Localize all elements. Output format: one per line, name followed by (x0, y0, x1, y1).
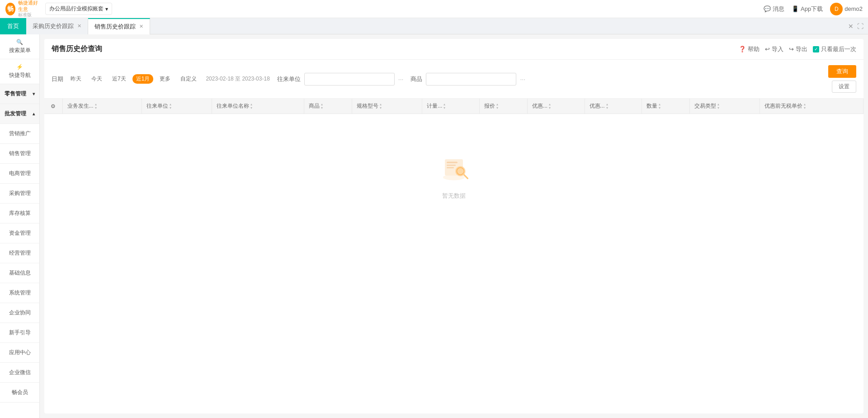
header-left: 畅 畅捷通好生意 标准版 办公用品行业模拟账套 ▾ (5, 0, 112, 17)
date-option-more[interactable]: 更多 (156, 74, 174, 84)
checkbox-checked-icon: ✓ (813, 46, 819, 52)
user-area[interactable]: D demo2 (830, 3, 863, 15)
app-download-label: App下载 (801, 5, 823, 13)
operation-label: 经营管理 (9, 249, 31, 257)
search-icon: 🔍 (16, 39, 23, 45)
date-option-yesterday[interactable]: 昨天 (67, 74, 85, 84)
th-product[interactable]: 商品▴▾ (304, 99, 352, 114)
tab-fullscreen-icon[interactable]: ⛶ (857, 23, 863, 30)
empty-illustration (436, 150, 472, 186)
import-action[interactable]: ↩ 导入 (765, 45, 783, 53)
th-discount2[interactable]: 优惠...▴▾ (585, 99, 642, 114)
partner-dots[interactable]: ··· (398, 76, 404, 83)
tab-home-label: 首页 (7, 22, 19, 30)
th-partner-name[interactable]: 往来单位名称▴▾ (212, 99, 304, 114)
avatar: D (830, 3, 843, 15)
page-header-actions: ❓ 帮助 ↩ 导入 ↪ 导出 ✓ 只看最后一次 (739, 45, 856, 53)
th-unit[interactable]: 计量...▴▾ (422, 99, 480, 114)
enterprise-label: 企业协同 (9, 309, 31, 317)
sidebar-item-wechat[interactable]: 企业微信 (0, 363, 39, 383)
partner-label: 往来单位 (277, 75, 301, 83)
chevron-down-icon: ▾ (33, 91, 35, 96)
member-label: 畅会员 (12, 389, 28, 396)
svg-line-6 (464, 175, 467, 178)
tab-close-all-icon[interactable]: ✕ (848, 23, 854, 30)
sidebar-item-member[interactable]: 畅会员 (0, 383, 39, 403)
date-filter-group: 日期 昨天 今天 近7天 近1月 更多 自定义 2023-02-18 至 202… (52, 74, 270, 84)
sidebar-retail-label: 零售管理 (5, 90, 26, 98)
sidebar-item-wholesale[interactable]: 批发管理 ▴ (0, 104, 39, 124)
sidebar-item-enterprise[interactable]: 企业协同 (0, 303, 39, 323)
product-input[interactable] (426, 73, 516, 86)
th-bizdate[interactable]: 业务发生...▴▾ (62, 99, 142, 114)
sidebar-item-newbie[interactable]: 新手引导 (0, 323, 39, 343)
chevron-up-icon: ▴ (33, 111, 35, 116)
sidebar-item-ecommerce[interactable]: 电商管理 (0, 164, 39, 184)
empty-text: 暂无数据 (442, 192, 466, 200)
marketing-label: 营销推广 (9, 130, 31, 138)
tab-home[interactable]: 首页 (0, 18, 26, 34)
tab-sales-close[interactable]: ✕ (139, 24, 143, 29)
date-option-7days[interactable]: 近7天 (108, 74, 130, 84)
partner-input[interactable] (304, 73, 395, 86)
content-area: 销售历史价查询 ❓ 帮助 ↩ 导入 ↪ 导出 ✓ (40, 34, 868, 418)
th-spec[interactable]: 规格型号▴▾ (352, 99, 422, 114)
date-option-1month[interactable]: 近1月 (132, 74, 154, 84)
tab-purchase-label: 采购历史价跟踪 (33, 22, 74, 30)
th-price[interactable]: 报价▴▾ (479, 99, 527, 114)
tab-sales-history[interactable]: 销售历史价跟踪 ✕ (88, 18, 150, 34)
export-action[interactable]: ↪ 导出 (789, 45, 807, 53)
th-partner[interactable]: 往来单位▴▾ (142, 99, 212, 114)
date-options: 昨天 今天 近7天 近1月 更多 自定义 (67, 74, 200, 84)
tab-purchase-history[interactable]: 采购历史价跟踪 ✕ (26, 18, 88, 34)
message-action[interactable]: 💬 消息 (764, 5, 784, 13)
sidebar-item-basic[interactable]: 基础信息 (0, 263, 39, 283)
date-label: 日期 (52, 75, 63, 83)
sidebar-quicknav-label: 快捷导航 (9, 71, 31, 79)
basic-label: 基础信息 (9, 269, 31, 277)
logo-area: 畅 畅捷通好生意 标准版 (5, 0, 42, 17)
sidebar-item-system[interactable]: 系统管理 (0, 283, 39, 303)
sidebar-item-purchase[interactable]: 采购管理 (0, 184, 39, 204)
only-last-checkbox[interactable]: ✓ 只看最后一次 (813, 45, 856, 53)
export-label: 导出 (796, 45, 807, 53)
th-settings[interactable]: ⚙ (44, 99, 62, 114)
date-option-custom[interactable]: 自定义 (177, 74, 200, 84)
svg-rect-3 (447, 165, 456, 166)
query-button[interactable]: 查询 (828, 65, 856, 78)
filter-btns: 查询 设置 (828, 65, 856, 93)
sidebar-item-search[interactable]: 🔍 搜索菜单 (0, 34, 39, 59)
partner-filter-group: 往来单位 ··· (277, 73, 404, 86)
help-action[interactable]: ❓ 帮助 (739, 45, 760, 53)
sidebar-item-finance[interactable]: 资金管理 (0, 223, 39, 243)
sidebar-item-sales[interactable]: 销售管理 (0, 144, 39, 164)
tab-purchase-close[interactable]: ✕ (77, 23, 81, 29)
sidebar-item-inventory[interactable]: 库存核算 (0, 204, 39, 223)
sidebar-item-operation[interactable]: 经营管理 (0, 243, 39, 263)
sidebar-item-marketing[interactable]: 营销推广 (0, 124, 39, 144)
app-selector-label: 办公用品行业模拟账套 (49, 5, 104, 13)
import-label: 导入 (772, 45, 783, 53)
sidebar-item-appcenter[interactable]: 应用中心 (0, 343, 39, 363)
date-option-today[interactable]: 今天 (88, 74, 106, 84)
inventory-label: 库存核算 (9, 209, 31, 217)
sidebar: 🔍 搜索菜单 ⚡ 快捷导航 零售管理 ▾ 批发管理 ▴ 营销推广 销售管理 电商… (0, 34, 40, 418)
purchase-label: 采购管理 (9, 190, 31, 197)
th-discount1[interactable]: 优惠...▴▾ (528, 99, 585, 114)
th-qty[interactable]: 数量▴▾ (642, 99, 690, 114)
sidebar-item-quicknav[interactable]: ⚡ 快捷导航 (0, 59, 39, 84)
app-selector[interactable]: 办公用品行业模拟账套 ▾ (45, 3, 112, 15)
th-notax-price[interactable]: 优惠前无税单价▴▾ (760, 99, 863, 114)
setting-button[interactable]: 设置 (832, 81, 856, 93)
sidebar-item-retail[interactable]: 零售管理 ▾ (0, 84, 39, 104)
header-right: 💬 消息 📱 App下载 D demo2 (764, 3, 863, 15)
th-trade-type[interactable]: 交易类型▴▾ (690, 99, 760, 114)
top-header: 畅 畅捷通好生意 标准版 办公用品行业模拟账套 ▾ 💬 消息 📱 App下载 D… (0, 0, 868, 18)
message-label: 消息 (773, 5, 784, 13)
product-dots[interactable]: ··· (520, 76, 525, 83)
only-last-label: 只看最后一次 (821, 45, 856, 53)
help-icon: ❓ (739, 46, 746, 52)
newbie-label: 新手引导 (9, 329, 31, 337)
app-download-action[interactable]: 📱 App下载 (792, 5, 823, 13)
filter-area: 日期 昨天 今天 近7天 近1月 更多 自定义 2023-02-18 至 202… (44, 60, 863, 99)
